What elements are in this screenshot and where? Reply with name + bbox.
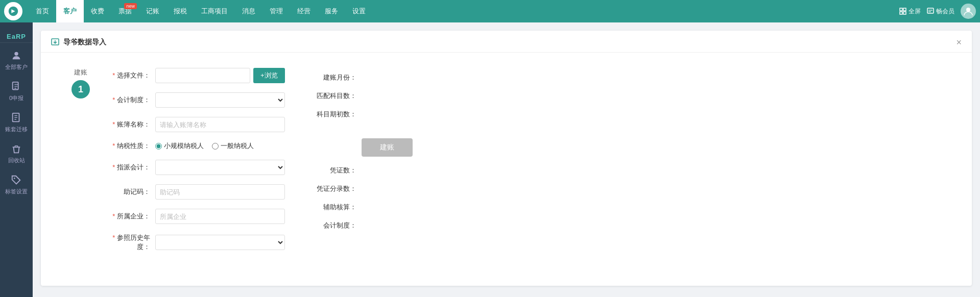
aux-accounting-row: 辅助核算： bbox=[316, 203, 459, 212]
step-area: 建账 1 bbox=[71, 68, 90, 98]
member-label: 畅会员 bbox=[936, 7, 954, 16]
voucher-count-row: 凭证数： bbox=[316, 166, 459, 175]
tax-type-group: 小规模纳税人 一般纳税人 bbox=[155, 141, 254, 151]
nav-item-customer[interactable]: 客户 bbox=[56, 0, 84, 22]
reference-year-select[interactable] bbox=[155, 235, 285, 250]
file-row: +浏览 bbox=[155, 68, 285, 83]
memo-code-label: 助记码： bbox=[110, 187, 155, 196]
nav-item-home[interactable]: 首页 bbox=[29, 0, 56, 22]
build-month-row: 建账月份： bbox=[316, 73, 459, 82]
build-month-label: 建账月份： bbox=[316, 73, 362, 82]
sidebar-label-all-customers: 全部客户 bbox=[5, 63, 28, 71]
accounting-system-select[interactable] bbox=[155, 92, 285, 108]
close-button[interactable]: × bbox=[956, 38, 962, 47]
radio-general-label: 一般纳税人 bbox=[221, 141, 254, 151]
trash-icon bbox=[11, 143, 22, 155]
build-button[interactable]: 建账 bbox=[362, 138, 413, 157]
reference-year-row: 参照历史年度： bbox=[110, 233, 285, 252]
sidebar-item-all-customers[interactable]: 全部客户 bbox=[0, 45, 33, 76]
nav-menu: 首页 客户 收费 票据 new 记账 报税 工商项目 消息 管理 经营 服务 设… bbox=[29, 0, 899, 22]
svg-point-15 bbox=[14, 178, 15, 179]
svg-point-7 bbox=[966, 8, 970, 12]
file-select-row: 选择文件： +浏览 bbox=[110, 68, 285, 83]
memo-code-input[interactable] bbox=[155, 184, 285, 200]
browse-button[interactable]: +浏览 bbox=[253, 68, 285, 83]
accounting-system-info-label: 会计制度： bbox=[316, 221, 362, 230]
step-label: 建账 bbox=[74, 68, 87, 77]
nav-item-settings[interactable]: 设置 bbox=[345, 0, 373, 22]
ledger-name-input[interactable] bbox=[155, 117, 285, 132]
fullscreen-btn[interactable]: 全屏 bbox=[899, 7, 921, 16]
assign-accountant-label: 指派会计： bbox=[110, 163, 155, 172]
form-left: 选择文件： +浏览 会计制度： bbox=[110, 68, 285, 261]
nav-item-service[interactable]: 服务 bbox=[318, 0, 345, 22]
right-section: 建账月份： 匹配科目数： 科目期初数： 建账 bbox=[316, 68, 459, 261]
nav-item-tax[interactable]: 报税 bbox=[166, 0, 194, 22]
nav-right-area: 全屏 畅会员 bbox=[899, 4, 976, 19]
avatar-icon bbox=[964, 7, 973, 16]
accounting-system-row: 会计制度： bbox=[110, 92, 285, 108]
file-label: 选择文件： bbox=[110, 71, 155, 80]
ledger-name-row: 账簿名称： bbox=[110, 117, 285, 132]
import-icon bbox=[51, 38, 59, 46]
dialog-header: 导爷数据导入 × bbox=[41, 31, 972, 53]
tax-type-label: 纳税性质： bbox=[110, 141, 155, 151]
radio-general-input[interactable] bbox=[212, 143, 219, 150]
member-icon bbox=[927, 8, 934, 15]
memo-code-row: 助记码： bbox=[110, 184, 285, 200]
svg-rect-3 bbox=[903, 12, 906, 14]
main-content: 导爷数据导入 × 建账 1 选择文件： bbox=[33, 22, 980, 297]
svg-point-8 bbox=[14, 52, 18, 56]
sidebar-item-account-migration[interactable]: 账套迁移 bbox=[0, 107, 33, 138]
radio-small-input[interactable] bbox=[155, 143, 162, 150]
radio-general-taxpayer[interactable]: 一般纳税人 bbox=[212, 141, 254, 151]
sidebar-item-zero-declaration[interactable]: 0申报 bbox=[0, 76, 33, 107]
nav-item-fee[interactable]: 收费 bbox=[84, 0, 111, 22]
sidebar-label-account-migration: 账套迁移 bbox=[5, 126, 28, 133]
person-icon bbox=[11, 50, 22, 61]
member-btn[interactable]: 畅会员 bbox=[927, 7, 954, 16]
tax-type-row: 纳税性质： 小规模纳税人 一般纳税人 bbox=[110, 141, 285, 151]
sidebar: EaRP 全部客户 0申报 账套迁移 bbox=[0, 22, 33, 297]
radio-small-taxpayer[interactable]: 小规模纳税人 bbox=[155, 141, 204, 151]
match-subjects-label: 匹配科目数： bbox=[316, 91, 362, 101]
form-container: 建账 1 选择文件： +浏览 bbox=[41, 53, 972, 276]
svg-rect-0 bbox=[900, 8, 902, 11]
nav-item-bookkeeping[interactable]: 记账 bbox=[139, 0, 166, 22]
aux-accounting-label: 辅助核算： bbox=[316, 203, 362, 212]
svg-rect-2 bbox=[900, 12, 902, 14]
logo bbox=[4, 2, 22, 20]
reference-year-label: 参照历史年度： bbox=[110, 233, 155, 252]
svg-rect-4 bbox=[927, 8, 934, 13]
file-icon bbox=[11, 81, 22, 92]
sidebar-item-recycle[interactable]: 回收站 bbox=[0, 138, 33, 169]
fullscreen-label: 全屏 bbox=[909, 7, 921, 16]
match-subjects-row: 匹配科目数： bbox=[316, 91, 459, 101]
owner-company-input[interactable] bbox=[155, 209, 285, 224]
assign-accountant-select[interactable] bbox=[155, 160, 285, 175]
nav-item-management[interactable]: 管理 bbox=[262, 0, 290, 22]
top-navigation: 首页 客户 收费 票据 new 记账 报税 工商项目 消息 管理 经营 服务 设… bbox=[0, 0, 980, 22]
sidebar-item-tag-settings[interactable]: 标签设置 bbox=[0, 169, 33, 201]
svg-rect-1 bbox=[903, 8, 906, 11]
radio-small-label: 小规模纳税人 bbox=[164, 141, 204, 151]
sidebar-logo: EaRP bbox=[0, 27, 33, 43]
nav-item-operation[interactable]: 经营 bbox=[290, 0, 318, 22]
accounting-system-label: 会计制度： bbox=[110, 95, 155, 105]
left-section: 建账 1 选择文件： +浏览 bbox=[71, 68, 285, 261]
earp-text: EaRP bbox=[7, 33, 26, 40]
sidebar-label-tag-settings: 标签设置 bbox=[5, 188, 28, 195]
voucher-count-label: 凭证数： bbox=[316, 166, 362, 175]
tag-icon bbox=[11, 175, 22, 186]
nav-item-business[interactable]: 工商项目 bbox=[194, 0, 235, 22]
main-layout: EaRP 全部客户 0申报 账套迁移 bbox=[0, 22, 980, 297]
file-input[interactable] bbox=[155, 68, 250, 83]
subject-init-row: 科目期初数： bbox=[316, 110, 459, 119]
sidebar-label-recycle: 回收站 bbox=[8, 157, 25, 164]
owner-company-row: 所属企业： bbox=[110, 209, 285, 224]
nav-item-invoice[interactable]: 票据 new bbox=[111, 0, 139, 22]
user-avatar[interactable] bbox=[961, 4, 976, 19]
assign-accountant-row: 指派会计： bbox=[110, 160, 285, 175]
subject-init-label: 科目期初数： bbox=[316, 110, 362, 119]
nav-item-message[interactable]: 消息 bbox=[235, 0, 262, 22]
